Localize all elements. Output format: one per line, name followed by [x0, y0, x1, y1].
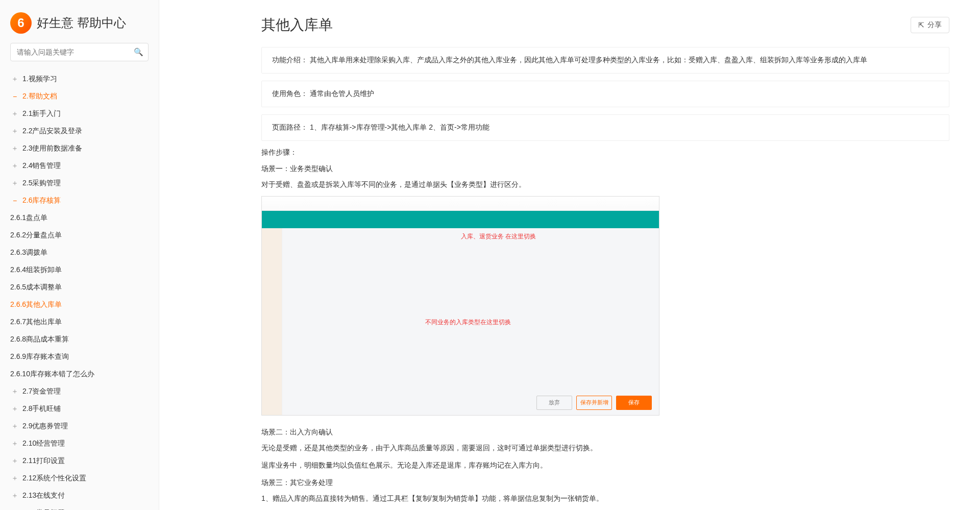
role-label: 使用角色：: [272, 89, 308, 98]
nav-2-10[interactable]: ＋2.10经营管理: [10, 435, 149, 452]
nav-label: 2.10经营管理: [22, 439, 65, 448]
nav-label: 2.12系统个性化设置: [22, 474, 86, 483]
nav-label: 2.6.3调拨单: [10, 248, 47, 257]
nav-list: ＋1.视频学习 −2.帮助文档 ＋2.1新手入门 ＋2.2产品安装及登录 ＋2.…: [10, 70, 149, 510]
share-label: 分享: [927, 20, 942, 30]
nav-2-13[interactable]: ＋2.13在线支付: [10, 487, 149, 504]
screenshot-image: 入库、退货业务 在这里切换 不同业务的入库类型在这里切换 放弃 保存并新增 保存: [261, 196, 659, 416]
share-button[interactable]: ⇱ 分享: [911, 17, 949, 33]
plus-icon: ＋: [10, 422, 19, 431]
nav-2-9[interactable]: ＋2.9优惠券管理: [10, 418, 149, 435]
nav-video[interactable]: ＋1.视频学习: [10, 70, 149, 88]
main-content: 其他入库单 ⇱ 分享 功能介绍： 其他入库单用来处理除采购入库、产成品入库之外的…: [159, 0, 980, 510]
scene2-line1: 无论是受赠，还是其他类型的业务，由于入库商品质量等原因，需要退回，这时可通过单据…: [261, 442, 949, 454]
nav-2-14[interactable]: ＋2.14常见问题: [10, 504, 149, 510]
minus-icon: −: [10, 92, 19, 101]
page-header: 其他入库单 ⇱ 分享: [261, 15, 949, 35]
nav-2-6-6[interactable]: 2.6.6其他入库单: [10, 296, 149, 313]
plus-icon: ＋: [10, 474, 19, 483]
scene2-line2: 退库业务中，明细数量均以负值红色展示。无论是入库还是退库，库存账均记在入库方向。: [261, 459, 949, 472]
path-text: 1、库存核算->库存管理->其他入库单 2、首页->常用功能: [310, 123, 489, 131]
nav-2-1[interactable]: ＋2.1新手入门: [10, 105, 149, 123]
path-label: 页面路径：: [272, 123, 308, 131]
share-icon: ⇱: [918, 21, 924, 29]
nav-2-11[interactable]: ＋2.11打印设置: [10, 452, 149, 470]
nav-2-6-8[interactable]: 2.6.8商品成本重算: [10, 331, 149, 348]
nav-2-5[interactable]: ＋2.5采购管理: [10, 175, 149, 192]
plus-icon: ＋: [10, 109, 19, 118]
screenshot-save-button: 保存: [616, 396, 652, 410]
scene3-title: 场景三：其它业务处理: [261, 478, 949, 488]
nav-label: 2.4销售管理: [22, 161, 61, 171]
plus-icon: ＋: [10, 439, 19, 448]
intro-label: 功能介绍：: [272, 56, 308, 64]
screenshot-cancel-button: 放弃: [536, 396, 572, 410]
nav-2-12[interactable]: ＋2.12系统个性化设置: [10, 470, 149, 487]
nav-2-6-4[interactable]: 2.6.4组装拆卸单: [10, 261, 149, 279]
plus-icon: ＋: [10, 75, 19, 84]
annotation-1: 入库、退货业务 在这里切换: [461, 232, 536, 241]
intro-box: 功能介绍： 其他入库单用来处理除采购入库、产成品入库之外的其他入库业务，因此其他…: [261, 47, 949, 74]
scene1-title: 场景一：业务类型确认: [261, 164, 949, 174]
page-title: 其他入库单: [261, 15, 333, 35]
plus-icon: ＋: [10, 404, 19, 414]
search-icon[interactable]: 🔍: [134, 47, 143, 57]
nav-label: 2.11打印设置: [22, 456, 65, 466]
nav-label: 2.6.2分量盘点单: [10, 231, 62, 240]
plus-icon: ＋: [10, 179, 19, 188]
path-box: 页面路径： 1、库存核算->库存管理->其他入库单 2、首页->常用功能: [261, 114, 949, 141]
brand-logo: 6: [10, 12, 32, 34]
plus-icon: ＋: [10, 456, 19, 466]
nav-label: 2.8手机旺铺: [22, 404, 61, 414]
nav-label: 2.1新手入门: [22, 109, 61, 118]
nav-label: 2.13在线支付: [22, 491, 65, 500]
nav-label: 2.7资金管理: [22, 387, 61, 396]
nav-help[interactable]: −2.帮助文档: [10, 88, 149, 105]
scene2-title: 场景二：出入方向确认: [261, 428, 949, 437]
nav-2-6-10[interactable]: 2.6.10库存账本错了怎么办: [10, 366, 149, 383]
brand-title: 好生意 帮助中心: [37, 15, 126, 31]
plus-icon: ＋: [10, 387, 19, 396]
nav-2-6[interactable]: −2.6库存核算: [10, 192, 149, 209]
nav-label: 2.9优惠券管理: [22, 422, 68, 431]
nav-label: 2.6.6其他入库单: [10, 300, 62, 309]
role-box: 使用角色： 通常由仓管人员维护: [261, 81, 949, 107]
nav-label: 2.帮助文档: [22, 92, 57, 101]
steps-label: 操作步骤：: [261, 148, 949, 157]
scene1-text: 对于受赠、盘盈或是拆装入库等不同的业务，是通过单据头【业务类型】进行区分。: [261, 179, 949, 191]
nav-label: 2.6.10库存账本错了怎么办: [10, 370, 94, 379]
nav-2-6-9[interactable]: 2.6.9库存账本查询: [10, 348, 149, 366]
nav-2-2[interactable]: ＋2.2产品安装及登录: [10, 123, 149, 140]
annotation-2: 不同业务的入库类型在这里切换: [425, 318, 511, 327]
role-text: 通常由仓管人员维护: [310, 89, 374, 98]
search-box: 🔍: [10, 43, 149, 61]
nav-2-6-3[interactable]: 2.6.3调拨单: [10, 244, 149, 261]
screenshot-save-new-button: 保存并新增: [576, 396, 612, 410]
plus-icon: ＋: [10, 127, 19, 136]
nav-2-6-2[interactable]: 2.6.2分量盘点单: [10, 227, 149, 244]
nav-label: 2.5采购管理: [22, 179, 61, 188]
scene3-line1: 1、赠品入库的商品直接转为销售。通过工具栏【复制/复制为销货单】功能，将单据信息…: [261, 493, 949, 505]
nav-2-4[interactable]: ＋2.4销售管理: [10, 157, 149, 175]
nav-label: 2.2产品安装及登录: [22, 127, 82, 136]
nav-2-6-1[interactable]: 2.6.1盘点单: [10, 209, 149, 227]
nav-label: 1.视频学习: [22, 75, 57, 84]
nav-2-7[interactable]: ＋2.7资金管理: [10, 383, 149, 400]
nav-label: 2.6.4组装拆卸单: [10, 265, 62, 275]
nav-label: 2.6.7其他出库单: [10, 318, 62, 327]
plus-icon: ＋: [10, 491, 19, 500]
brand: 6 好生意 帮助中心: [10, 12, 149, 34]
plus-icon: ＋: [10, 144, 19, 153]
nav-2-6-7[interactable]: 2.6.7其他出库单: [10, 313, 149, 331]
sidebar: 6 好生意 帮助中心 🔍 ＋1.视频学习 −2.帮助文档 ＋2.1新手入门 ＋2…: [0, 0, 159, 510]
intro-text: 其他入库单用来处理除采购入库、产成品入库之外的其他入库业务，因此其他入库单可处理…: [310, 56, 867, 64]
nav-label: 2.3使用前数据准备: [22, 144, 82, 153]
nav-label: 2.6.1盘点单: [10, 213, 47, 223]
nav-2-3[interactable]: ＋2.3使用前数据准备: [10, 140, 149, 157]
nav-label: 2.6.5成本调整单: [10, 283, 62, 292]
nav-2-6-5[interactable]: 2.6.5成本调整单: [10, 279, 149, 296]
minus-icon: −: [10, 196, 19, 205]
nav-label: 2.6.8商品成本重算: [10, 335, 69, 344]
nav-2-8[interactable]: ＋2.8手机旺铺: [10, 400, 149, 418]
search-input[interactable]: [10, 43, 149, 61]
